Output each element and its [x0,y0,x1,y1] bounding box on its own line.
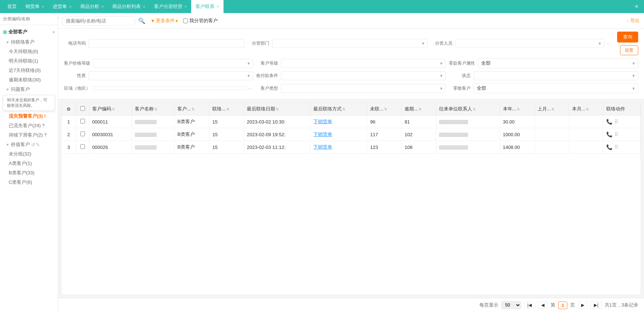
sidebar-item-tomorrow-pending[interactable]: 明天待联络(1) [0,56,58,66]
row3-method-link[interactable]: 下销货单 [313,144,332,150]
row1-method-link[interactable]: 下销货单 [313,119,332,124]
row2-checkbox[interactable] [76,128,89,141]
row3-contact2 [436,141,500,154]
sort-contact2-icon[interactable]: ⇅ [473,107,476,111]
customer-type-select[interactable]: ▾ [281,84,446,93]
sidebar-collapse-btn[interactable]: « [52,29,55,35]
sidebar-item-churned[interactable]: 已流失客户(24) ? [0,121,58,130]
nav-sales-order[interactable]: 销货单 × [21,0,48,13]
my-customers-checkbox[interactable] [183,19,188,23]
row1-this-month [569,116,603,128]
table-settings-col-header[interactable]: ⚙ [61,103,76,116]
row3-more-icon[interactable]: ⠿ [615,144,618,150]
sort-thismonth-icon[interactable]: ⇅ [586,107,589,111]
main-search-input[interactable] [63,16,135,25]
problem-customer-tooltip: 90天未交易的客户，可能有流失风险。 [3,95,55,111]
sort-thisyear-icon[interactable]: ⇅ [517,107,520,111]
current-page: 1 [558,301,567,309]
nav-product-analysis[interactable]: 商品分析 × [76,0,108,13]
sidebar-item-churn-warning[interactable]: 流失预警客户(3) ! [0,112,58,121]
price-level-select[interactable]: ▾ [93,59,253,68]
row2-more-icon[interactable]: ⠿ [615,131,618,137]
table-check-col-header[interactable] [76,103,89,116]
row1-call-icon[interactable]: 📞 [606,119,612,125]
sort-name-icon[interactable]: ⇅ [154,107,157,111]
sidebar-item-today-pending[interactable]: 今天待联络(0) [0,47,58,56]
more-conditions-button[interactable]: ▼ 更多条件 ▾ [148,16,180,25]
row2-method-link[interactable]: 下销货单 [313,131,332,137]
row3-this-year: 1408.00 [500,141,534,154]
department-select[interactable]: ▾ [272,39,428,48]
sort-lastdate-icon[interactable]: ⇅ [276,107,279,111]
retail-attr-select[interactable]: 全部 ▾ [478,58,638,68]
manager-select[interactable]: ▾ [455,39,604,48]
filter-row-4: 区域（地区） ··· 客户类型 ▾ 零散客户 全部 [64,83,638,93]
close-sales-order-icon[interactable]: × [42,4,44,9]
row2-call-icon[interactable]: 📞 [606,131,612,137]
row2-type: B类客户 [174,128,209,141]
row3-code: 000026 [89,141,132,154]
row3-checkbox[interactable] [76,141,89,154]
query-button[interactable]: 查询 [617,32,638,42]
close-all-button[interactable]: × [632,3,641,10]
sidebar-item-week-pending[interactable]: 近7天待联络(0) [0,66,58,75]
sidebar-group-problem[interactable]: ▼ 问题客户 [0,85,58,94]
nav-product-analysis-list[interactable]: 商品分析列表 × [108,0,149,13]
close-customer-segment-icon[interactable]: × [185,4,187,9]
main-search-button[interactable]: 🔍 [138,17,145,24]
sidebar-item-overdue-contact[interactable]: 逾期未联络(30) [0,75,58,85]
retail-customer-select[interactable]: 全部 ▾ [474,83,638,93]
prev-page-button[interactable]: ◀ [538,301,548,309]
nav-purchase-order[interactable]: 进货单 × [48,0,76,13]
sort-overdue-icon[interactable]: ⇅ [419,107,422,111]
sort-lastmethod-icon[interactable]: ⇅ [342,107,345,111]
manager-more-icon[interactable]: ··· [604,41,611,46]
first-page-button[interactable]: |◀ [524,301,535,309]
payment-select[interactable]: ▾ [281,71,446,80]
edit-icon[interactable]: ✎ [36,142,40,147]
row1-name [132,116,174,128]
sidebar-item-class-c[interactable]: C类客户(6) [0,178,58,187]
sidebar-group-value[interactable]: ▼ 价值客户 ↺ ✎ [0,140,58,149]
status-select[interactable]: ▾ [474,71,638,80]
sidebar-group-pending[interactable]: ▼ 待联络客户 [0,37,58,47]
row2-last-month [534,128,569,141]
customer-level-select[interactable]: ▾ [281,59,446,68]
nature-select[interactable]: ▾ [89,71,253,80]
nav-customer-contact[interactable]: 客户联系 × [191,0,223,13]
row3-call-icon[interactable]: 📞 [606,144,612,150]
sidebar-item-class-b[interactable]: B类客户(33) [0,168,58,178]
row1-this-year: 30.00 [500,116,534,128]
phone-input[interactable] [89,39,245,48]
sidebar-all-customers[interactable]: ⊞ 全部客户 « [0,27,58,37]
row1-checkbox[interactable] [76,116,89,128]
row1-more-icon[interactable]: ⠿ [615,119,618,125]
sidebar-item-class-a[interactable]: A类客户(1) [0,159,58,168]
page-size-select[interactable]: 50 100 200 [501,301,521,309]
sidebar-search-input[interactable] [3,16,57,21]
next-page-button[interactable]: ▶ [578,301,588,309]
nav-customer-segment[interactable]: 客户分层经营 × [150,0,191,13]
export-button[interactable]: ↑ 导出 [627,17,640,24]
nav-home[interactable]: 首页 [3,0,21,13]
sort-type-icon[interactable]: ⇅ [192,107,194,111]
filter-customer-type: 客户类型 ▾ [256,84,446,93]
close-purchase-order-icon[interactable]: × [69,4,71,9]
sidebar-item-declining[interactable]: 持续下滑客户(2) ? [0,130,58,140]
my-customers-checkbox-label[interactable]: 我分管的客户 [183,17,218,24]
settings-button[interactable]: 设置 [620,45,638,55]
last-page-button[interactable]: ▶| [591,301,601,309]
sort-uncontacted-icon[interactable]: ⇅ [384,107,387,111]
sort-code-icon[interactable]: ⇅ [112,107,115,111]
row3-action: 📞 ⠿ [603,141,641,154]
region-more-icon[interactable]: ··· [246,86,253,91]
close-product-analysis-list-icon[interactable]: × [143,4,145,9]
refresh-icon[interactable]: ↺ [31,142,35,147]
select-all-checkbox[interactable] [80,106,85,111]
sidebar-item-unclassified[interactable]: 未分组(32) [0,149,58,159]
close-customer-contact-icon[interactable]: × [217,4,219,9]
sort-contact-icon[interactable]: ⇅ [226,107,229,111]
close-product-analysis-icon[interactable]: × [101,4,104,9]
region-select[interactable] [93,86,246,90]
sort-lastmonth-icon[interactable]: ⇅ [551,107,554,111]
